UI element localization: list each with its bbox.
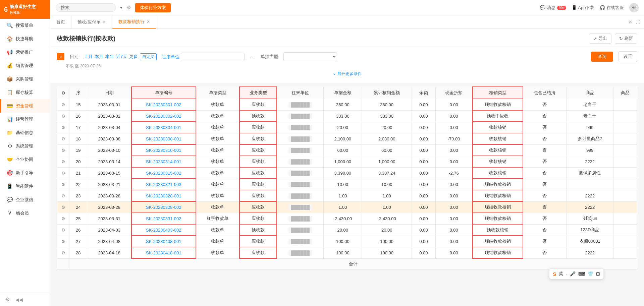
float-keyboard-icon[interactable]: ⌨ [578,271,585,277]
refresh-button[interactable]: ↻ 刷新 [615,34,637,44]
td-settings[interactable]: ⚙ [57,213,69,224]
td-settings[interactable]: ⚙ [57,179,69,190]
th-cancel-type: 核销类型 [473,87,523,99]
float-shirt-icon[interactable]: 👕 [588,271,593,277]
td-row-no: 24 [69,201,87,213]
tab-payable[interactable]: 预收/应付单 ✕ [71,15,112,28]
industry-solution-button[interactable]: 体验行业方案 [135,3,171,12]
sidebar-item-label: 营销推广 [16,49,33,55]
sidebar-item-label: 快捷导航 [16,36,33,42]
td-date: 2023-03-15 [87,167,131,179]
sidebar-item-quicknav[interactable]: 🏠 快捷导航 [0,32,50,46]
float-mic-icon[interactable]: 🎤 [570,271,576,277]
messages-icon[interactable]: 💬 消息 99+ [540,5,566,11]
sidebar-item-capital[interactable]: 💳 资金管理 [0,99,50,113]
float-grid-icon[interactable]: ⊞ [596,271,600,277]
topbar-search-input[interactable] [56,3,116,12]
tab-collection-label: 收款核销执行 [118,19,145,25]
td-goods: 老白干 [567,110,613,122]
sidebar-item-basic[interactable]: 📁 基础信息 [0,126,50,139]
sidebar-item-operation[interactable]: 📊 经营管理 [0,113,50,126]
table-row: ⚙ 19 2023-03-10 SK-20230310-001 收款单 应收款 … [57,144,637,156]
td-settings[interactable]: ⚙ [57,122,69,133]
td-settings[interactable]: ⚙ [57,144,69,156]
topbar-settings-icon[interactable]: ⚙ [126,4,131,11]
td-biz-type: 预收款 [239,224,277,236]
tabs-close-all-icon[interactable]: ✕ [629,19,632,24]
sidebar-item-search[interactable]: 🔍 搜索菜单 [0,19,50,32]
tab-home[interactable]: 首页 [50,15,71,28]
td-goods2 [613,213,637,224]
sidebar-item-marketing[interactable]: 📢 营销推广 [0,46,50,59]
td-settings[interactable]: ⚙ [57,156,69,167]
float-toolbar: S 英 · 🎤 ⌨ 👕 ⊞ [549,268,604,279]
td-settings[interactable]: ⚙ [57,167,69,179]
td-settings[interactable]: ⚙ [57,190,69,201]
td-settings[interactable]: ⚙ [57,133,69,144]
sidebar-item-enterprise[interactable]: 🤝 企业协同 [0,153,50,166]
home-icon: 🏠 [6,36,13,42]
td-biz-type: 应收款 [239,156,277,167]
sidebar-item-hardware[interactable]: 📱 智能硬件 [0,180,50,193]
filter-date-range-display: 不限 至 2023-07-26 [57,63,637,69]
tab-collection[interactable]: 收款核销执行 ✕ [112,15,156,28]
filter-7days[interactable]: 近7天 [116,54,127,60]
filter-doc-type-select[interactable] [283,52,337,61]
filter-expand-button[interactable]: » [57,53,64,60]
td-doc-no: SK-20230408-001 [131,236,196,247]
app-download-link[interactable]: 📱 App下载 [572,5,594,11]
sidebar-item-inventory[interactable]: 📋 库存核算 [0,86,50,99]
td-doc-type: 收款单 [196,201,240,213]
td-discount: -70.00 [435,133,472,144]
th-settings[interactable]: ⚙ [57,87,69,99]
td-settings[interactable]: ⚙ [57,224,69,236]
topbar-dropdown-icon[interactable]: ▾ [120,5,122,10]
sidebar-item-member[interactable]: V 畅会员 [0,206,50,220]
td-include-cleared: 否 [523,133,567,144]
td-settings[interactable]: ⚙ [57,99,69,110]
td-write-off: 100.00 [362,236,412,247]
filter-settings-button[interactable]: 设置 [619,51,637,62]
tab-payable-label: 预收/应付单 [77,19,101,25]
filter-this-month[interactable]: 本月 [95,54,103,60]
export-button[interactable]: ↗ 导出 [589,34,611,44]
td-settings[interactable]: ⚙ [57,201,69,213]
td-amount: 20.00 [324,122,362,133]
td-settings[interactable]: ⚙ [57,110,69,122]
td-doc-type: 收款单 [196,224,240,236]
tab-payable-close[interactable]: ✕ [103,20,106,24]
online-service-link[interactable]: 🎧 在线客服 [600,5,624,11]
float-dot-icon: · [566,271,567,277]
search-menu-icon: 🔍 [6,22,13,28]
table-row: ⚙ 16 2023-03-02 SK-20230302-002 收款单 预收款 … [57,110,637,122]
filter-more[interactable]: 更多 [129,54,138,60]
filter-last-month[interactable]: 上月 [84,54,93,60]
collapse-icon[interactable]: ◀◀ [15,297,23,302]
query-button[interactable]: 查询 [591,52,613,62]
settings-icon[interactable]: ⚙ [5,296,10,303]
main-content: ▾ ⚙ 体验行业方案 💬 消息 99+ 📱 App下载 🎧 在线客服 Rit 首… [50,0,644,306]
tabs-fullscreen-icon[interactable]: ⛶ [636,19,640,24]
sidebar-nav: 🔍 搜索菜单 🏠 快捷导航 📢 营销推广 💰 销售管理 📦 采购管理 📋 库存核… [0,19,50,293]
sidebar-item-system[interactable]: ⚙ 系统管理 [0,139,50,153]
sidebar-item-sales[interactable]: 💰 销售管理 [0,59,50,72]
sidebar-item-wechat[interactable]: 💬 企业微信 [0,193,50,206]
td-settings[interactable]: ⚙ [57,247,69,258]
tab-collection-close[interactable]: ✕ [147,19,150,24]
sidebar-item-purchase[interactable]: 📦 采购管理 [0,72,50,86]
td-goods: 测试多属性 [567,167,613,179]
sidebar-item-guide[interactable]: 🎯 新手引导 [0,166,50,180]
td-goods: 衣服00001 [567,236,613,247]
td-settings[interactable]: ⚙ [57,236,69,247]
filter-custom-button[interactable]: 自定义 [140,53,157,60]
th-write-off: 累计核销金额 [362,87,412,99]
user-avatar[interactable]: Rit [629,3,639,12]
filter-partner-input[interactable] [181,53,245,61]
filter-this-year[interactable]: 本年 [105,54,114,60]
td-biz-type: 应收款 [239,179,277,190]
td-row-no: 20 [69,156,87,167]
td-partner: ██████ [277,236,323,247]
td-goods2 [613,167,637,179]
expand-more-conditions[interactable]: ∨ 展开更多条件 [57,69,637,79]
td-date: 2023-04-18 [87,247,131,258]
